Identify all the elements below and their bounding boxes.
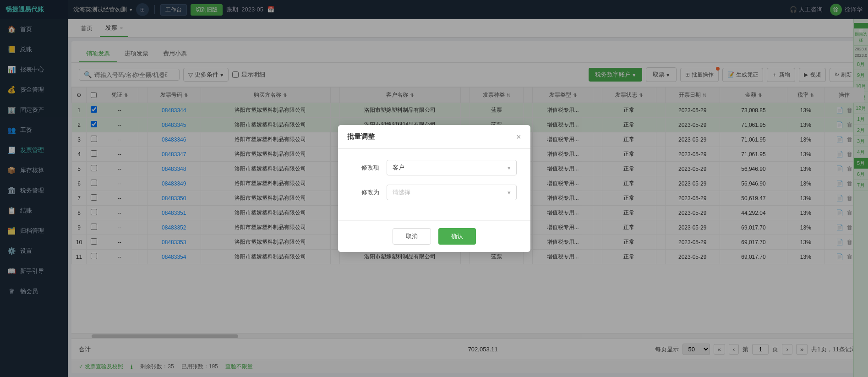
modal-title: 批量调整 [347, 132, 375, 141]
form-row-modify-field: 修改项 客户 ▾ [352, 160, 517, 175]
modal-overlay: 批量调整 × 修改项 客户 ▾ 修改为 请选择 ▾ 取消 确认 [0, 0, 868, 377]
modal-cancel-btn[interactable]: 取消 [393, 228, 431, 245]
chevron-down-icon: ▾ [508, 164, 511, 171]
modal-body: 修改项 客户 ▾ 修改为 请选择 ▾ [338, 149, 530, 220]
modal-header: 批量调整 × [338, 125, 530, 149]
modal-footer: 取消 确认 [338, 220, 530, 252]
modal-confirm-btn[interactable]: 确认 [438, 228, 476, 245]
chevron-down-icon: ▾ [508, 189, 511, 196]
modify-to-label: 修改为 [352, 188, 379, 197]
modal-close-btn[interactable]: × [516, 133, 521, 141]
form-row-modify-to: 修改为 请选择 ▾ [352, 185, 517, 200]
batch-adjust-modal: 批量调整 × 修改项 客户 ▾ 修改为 请选择 ▾ 取消 确认 [338, 125, 530, 252]
modify-field-select[interactable]: 客户 ▾ [387, 160, 517, 175]
modify-field-label: 修改项 [352, 164, 379, 172]
modify-to-select[interactable]: 请选择 ▾ [387, 185, 517, 200]
